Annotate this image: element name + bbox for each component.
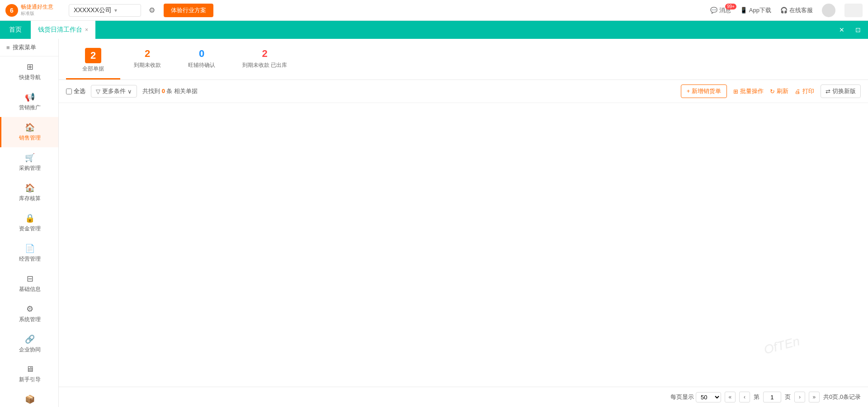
sidebar-item-basic-info[interactable]: ⊟ 基础信息 [0, 268, 58, 299]
sidebar-item-purchase[interactable]: 🛒 采购管理 [0, 147, 58, 178]
found-prefix: 共找到 [142, 88, 160, 94]
select-all-label: 全选 [74, 87, 85, 95]
filter-icon: ▽ [96, 88, 100, 95]
company-name: XXXXXX公司 [74, 6, 112, 14]
toolbar-right: + 新增销货单 ⊞ 批量操作 ↻ 刷新 🖨 打印 ⇄ 切换新版 [681, 84, 861, 98]
sidebar-item-app-center[interactable]: 📦 应用中心 [0, 389, 58, 407]
sidebar-item-quick-nav[interactable]: ⊞ 快捷导航 [0, 56, 58, 87]
tab-close-icon[interactable]: × [85, 27, 88, 33]
basic-info-icon: ⊟ [27, 274, 33, 284]
tab-bar-controls: ✕ ⊡ [835, 23, 868, 36]
per-page-select[interactable]: 50 100 200 [696, 392, 721, 402]
sidebar-item-inventory[interactable]: 🏠 库存核算 [0, 178, 58, 208]
logo-area: 6 畅捷通好生意 标准版 [5, 4, 64, 17]
switch-label: 切换新版 [832, 87, 856, 95]
sidebar-label-sales-mgmt: 销售管理 [19, 134, 41, 142]
chevron-down-icon: ▾ [114, 7, 117, 14]
message-badge: 99+ [725, 4, 736, 9]
logo-icon: 6 [5, 4, 18, 17]
first-page-button[interactable]: « [725, 392, 736, 402]
refresh-button[interactable]: ↻ 刷新 [770, 87, 788, 95]
print-button[interactable]: 🖨 打印 [795, 87, 814, 95]
sidebar-label-inventory: 库存核算 [19, 195, 41, 202]
company-selector[interactable]: XXXXXX公司 ▾ [69, 4, 141, 17]
stat-num-all-box: 2 [85, 48, 101, 63]
inventory-icon: 🏠 [25, 183, 35, 193]
online-service-button[interactable]: 🎧 在线客服 [780, 6, 813, 14]
switch-version-button[interactable]: ⇄ 切换新版 [821, 84, 861, 98]
stat-label-overdue: 到期未收款 [134, 61, 161, 69]
tab-qianghuo[interactable]: 钱货日清工作台 × [31, 21, 95, 39]
quick-nav-icon: ⊞ [27, 62, 33, 72]
marketing-icon: 📢 [25, 92, 35, 102]
search-menu-icon: ≡ [6, 44, 10, 51]
page-suffix: 页 [785, 393, 791, 401]
sidebar-item-finance[interactable]: 🔒 资金管理 [0, 208, 58, 238]
top-header: 6 畅捷通好生意 标准版 XXXXXX公司 ▾ ⚙ 体验行业方案 💬 消息 99… [0, 0, 868, 21]
sidebar-label-sys-mgmt: 系统管理 [19, 316, 41, 323]
select-all-input[interactable] [66, 89, 72, 94]
table-area [59, 103, 868, 387]
online-service-label: 在线客服 [789, 6, 813, 14]
last-page-button[interactable]: » [809, 392, 820, 402]
filter-button[interactable]: ▽ 更多条件 ∨ [91, 85, 137, 98]
experience-button[interactable]: 体验行业方案 [164, 4, 213, 17]
stat-label-unshipped: 到期未收款 已出库 [242, 61, 287, 69]
sidebar-item-beginner[interactable]: 🖥 新手引导 [0, 359, 58, 389]
print-label: 打印 [802, 87, 814, 95]
prev-page-button[interactable]: ‹ [739, 392, 750, 402]
new-order-button[interactable]: + 新增销货单 [681, 84, 727, 98]
search-menu-button[interactable]: ≡ 搜索菜单 [0, 39, 58, 56]
next-page-button[interactable]: › [794, 392, 805, 402]
filter-chevron-icon: ∨ [127, 88, 132, 95]
batch-label: 批量操作 [740, 87, 764, 95]
page-label: 第 [754, 393, 760, 401]
finance-icon: 🔒 [25, 213, 35, 223]
select-all-checkbox[interactable]: 全选 [66, 87, 85, 95]
sidebar-label-marketing: 营销推广 [19, 104, 41, 112]
stat-num-unshipped: 2 [262, 48, 268, 60]
search-menu-label: 搜索菜单 [13, 43, 36, 51]
sidebar-item-enterprise[interactable]: 🔗 企业协同 [0, 329, 58, 359]
message-button[interactable]: 💬 消息 99+ [710, 6, 731, 14]
sidebar-label-beginner: 新手引导 [19, 376, 41, 384]
app-download-button[interactable]: 📱 App下载 [740, 6, 771, 14]
tab-bar: 首页 钱货日清工作台 × ✕ ⊡ [0, 21, 868, 39]
tab-home[interactable]: 首页 [0, 21, 31, 39]
toolbar: 全选 ▽ 更多条件 ∨ 共找到 0 条 相关单据 + 新增销货单 ⊞ 批量操作 [59, 80, 868, 103]
stat-tab-all[interactable]: 2 全部单据 [66, 44, 120, 80]
page-number-input[interactable] [763, 392, 781, 402]
logo-text-area: 畅捷通好生意 标准版 [21, 4, 53, 17]
tab-label: 钱货日清工作台 [38, 26, 82, 34]
stat-tab-overdue-uncollected[interactable]: 2 到期未收款 [120, 44, 175, 80]
sidebar: ≡ 搜索菜单 ⊞ 快捷导航 📢 营销推广 🏠 销售管理 🛒 采购管理 🏠 库存核… [0, 39, 59, 407]
stat-tab-overdue-unshipped[interactable]: 2 到期未收款 已出库 [229, 44, 301, 80]
main-layout: ≡ 搜索菜单 ⊞ 快捷导航 📢 营销推广 🏠 销售管理 🛒 采购管理 🏠 库存核… [0, 39, 868, 407]
sidebar-item-ops[interactable]: 📄 经营管理 [0, 238, 58, 268]
logo-text: 畅捷通好生意 [21, 4, 53, 11]
sidebar-label-ops: 经营管理 [19, 255, 41, 263]
app-center-icon: 📦 [25, 394, 35, 404]
avatar-name[interactable] [844, 4, 863, 17]
logo-badge: 标准版 [21, 10, 53, 17]
stat-label-all: 全部单据 [82, 65, 104, 73]
sidebar-label-purchase: 采购管理 [19, 164, 41, 172]
found-text: 共找到 0 条 相关单据 [142, 87, 198, 95]
sidebar-item-marketing[interactable]: 📢 营销推广 [0, 87, 58, 117]
batch-operation-button[interactable]: ⊞ 批量操作 [733, 87, 764, 95]
stat-num-overdue: 2 [145, 48, 150, 60]
sidebar-item-sys-mgmt[interactable]: ⚙ 系统管理 [0, 299, 58, 329]
sidebar-item-sales-mgmt[interactable]: 🏠 销售管理 [0, 117, 58, 147]
sales-mgmt-icon: 🏠 [25, 122, 35, 132]
refresh-label: 刷新 [777, 87, 788, 95]
content-area: 2 全部单据 2 到期未收款 0 旺辅待确认 2 到期未收款 已出库 全选 [59, 39, 868, 407]
app-download-icon: 📱 [740, 7, 747, 14]
tab-close-button[interactable]: ✕ [835, 23, 848, 36]
app-download-label: App下载 [749, 6, 771, 14]
page-size-selector: 每页显示 50 100 200 [670, 392, 721, 402]
settings-button[interactable]: ⚙ [145, 3, 159, 18]
stat-tab-wangwang[interactable]: 0 旺辅待确认 [175, 44, 229, 80]
stat-label-wangwang: 旺辅待确认 [188, 61, 215, 69]
tab-expand-button[interactable]: ⊡ [852, 23, 864, 36]
avatar[interactable] [822, 4, 835, 17]
